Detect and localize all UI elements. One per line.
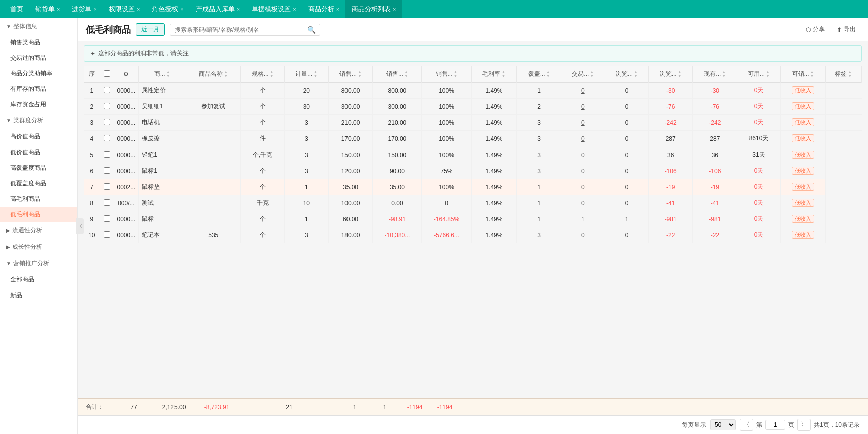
cell-current: -41 xyxy=(649,195,693,211)
cell-browse1[interactable]: 0 xyxy=(561,163,605,179)
per-page-select[interactable]: 50 100 200 xyxy=(710,419,736,430)
cell-browse1[interactable]: 0 xyxy=(561,179,605,195)
cell-browse1[interactable]: 0 xyxy=(561,227,605,243)
sidebar-item-traded-products[interactable]: 交易过的商品 xyxy=(0,50,77,66)
sidebar-group-growth[interactable]: ▶ 成长性分析 xyxy=(0,239,77,255)
cell-browse2: 0 xyxy=(605,163,649,179)
sidebar-group-overview[interactable]: ▼ 整体信息 xyxy=(0,18,77,35)
sidebar-group-flow[interactable]: ▶ 流通性分析 xyxy=(0,222,77,239)
arrow-growth-icon: ▶ xyxy=(6,244,10,250)
cell-checkbox[interactable] xyxy=(100,163,114,179)
nav-item-analysis[interactable]: 商品分析 × xyxy=(302,0,345,18)
row-checkbox[interactable] xyxy=(104,215,110,222)
search-input[interactable] xyxy=(175,26,307,33)
select-all-checkbox[interactable] xyxy=(104,70,110,77)
nav-item-template[interactable]: 单据模板设置 × xyxy=(246,0,302,18)
row-checkbox[interactable] xyxy=(104,119,110,125)
table-row: 2 0000... 吴细细1 参加复试 个 30 300.00 300.00 1… xyxy=(84,99,862,115)
main-layout: ▼ 整体信息 销售类商品 交易过的商品 商品分类助销率 有库存的商品 库存资金占… xyxy=(0,18,868,434)
sidebar-item-new-products[interactable]: 新品 xyxy=(0,287,77,303)
cell-sales-qty: 30 xyxy=(285,99,329,115)
col-header-current: 现有...▲▼ xyxy=(692,66,737,83)
nav-item-home[interactable]: 首页 xyxy=(4,0,29,18)
close-sales-icon[interactable]: × xyxy=(57,6,60,12)
filter-recent-month-btn[interactable]: 近一月 xyxy=(136,23,165,36)
nav-item-roles[interactable]: 角色授权 × xyxy=(146,0,189,18)
cell-browse2: 1 xyxy=(605,211,649,227)
close-analysis-list-icon[interactable]: × xyxy=(393,6,396,12)
sidebar-item-capital[interactable]: 库存资金占用 xyxy=(0,97,77,112)
close-template-icon[interactable]: × xyxy=(293,6,296,12)
cell-checkbox[interactable] xyxy=(100,195,114,211)
cell-checkbox[interactable] xyxy=(100,115,114,131)
sidebar-item-all-products[interactable]: 全部商品 xyxy=(0,272,77,287)
cell-gross-rate: -164.85% xyxy=(422,211,471,227)
close-permissions-icon[interactable]: × xyxy=(137,6,140,12)
cell-browse2: 0 xyxy=(605,99,649,115)
row-checkbox[interactable] xyxy=(104,231,110,238)
cell-checkbox[interactable] xyxy=(100,147,114,163)
cell-browse1[interactable]: 0 xyxy=(561,131,605,147)
cell-gross-rate: 100% xyxy=(422,147,471,163)
cell-browse1[interactable]: 0 xyxy=(561,115,605,131)
sidebar-item-high-coverage[interactable]: 高覆盖度商品 xyxy=(0,160,77,176)
sidebar-item-category-rate[interactable]: 商品分类助销率 xyxy=(0,66,77,81)
sidebar-group-cluster[interactable]: ▼ 类群度分析 xyxy=(0,112,77,129)
cell-browse1[interactable]: 0 xyxy=(561,83,605,99)
share-btn[interactable]: ⬡ 分享 xyxy=(802,24,829,35)
cell-browse1[interactable]: 0 xyxy=(561,99,605,115)
cell-browse1[interactable]: 1 xyxy=(561,211,605,227)
row-checkbox[interactable] xyxy=(104,167,110,174)
nav-item-permissions[interactable]: 权限设置 × xyxy=(103,0,146,18)
row-checkbox[interactable] xyxy=(104,135,110,141)
export-btn[interactable]: ⬆ 导出 xyxy=(833,24,860,35)
prev-page-btn[interactable]: 〈 xyxy=(740,419,753,431)
cell-browse1[interactable]: 0 xyxy=(561,195,605,211)
nav-item-sales[interactable]: 销货单 × xyxy=(29,0,66,18)
close-inventory-icon[interactable]: × xyxy=(237,6,240,12)
row-checkbox[interactable] xyxy=(104,151,110,158)
cell-checkbox[interactable] xyxy=(100,131,114,147)
nav-item-analysis-list[interactable]: 商品分析列表 × xyxy=(345,0,402,18)
sidebar-item-in-stock[interactable]: 有库存的商品 xyxy=(0,81,77,97)
cell-trade: 1 xyxy=(517,195,561,211)
sidebar-collapse-btn[interactable]: 《 xyxy=(76,218,84,234)
sidebar-item-low-margin[interactable]: 低毛利商品 xyxy=(0,207,77,222)
col-header-settings[interactable]: ⚙ xyxy=(114,66,139,83)
cell-available: 287 xyxy=(692,131,737,147)
cell-sales-amount: -98.91 xyxy=(373,211,422,227)
page-input[interactable] xyxy=(765,420,785,430)
row-checkbox[interactable] xyxy=(104,183,110,190)
sidebar-item-low-value[interactable]: 低价值商品 xyxy=(0,144,77,160)
cell-checkbox[interactable] xyxy=(100,99,114,115)
sidebar-item-low-coverage[interactable]: 低覆盖度商品 xyxy=(0,176,77,191)
cell-sales-qty: 3 xyxy=(285,227,329,243)
table-row: 9 0000... 鼠标 个 1 60.00 -98.91 -164.85% 1… xyxy=(84,211,862,227)
cell-checkbox[interactable] xyxy=(100,179,114,195)
cell-spec xyxy=(186,211,241,227)
close-roles-icon[interactable]: × xyxy=(180,6,183,12)
cell-checkbox[interactable] xyxy=(100,211,114,227)
sidebar-item-high-margin[interactable]: 高毛利商品 xyxy=(0,191,77,207)
cell-unit: 个 xyxy=(241,115,285,131)
close-analysis-icon[interactable]: × xyxy=(336,6,339,12)
row-checkbox[interactable] xyxy=(104,103,110,109)
cell-checkbox[interactable] xyxy=(100,227,114,243)
cell-unit: 件 xyxy=(241,131,285,147)
next-page-btn[interactable]: 〉 xyxy=(797,419,811,431)
row-checkbox[interactable] xyxy=(104,199,110,206)
cell-browse1[interactable]: 0 xyxy=(561,147,605,163)
cell-spec xyxy=(186,147,241,163)
sidebar-group-marketing[interactable]: ▼ 营销推广分析 xyxy=(0,255,77,272)
cell-checkbox[interactable] xyxy=(100,83,114,99)
total-sales-price: 2,125.00 xyxy=(154,404,194,411)
nav-item-inventory[interactable]: 产成品入库单 × xyxy=(190,0,246,18)
close-purchase-icon[interactable]: × xyxy=(93,6,96,12)
cell-code: 0000... xyxy=(114,99,139,115)
sidebar-item-sales-products[interactable]: 销售类商品 xyxy=(0,35,77,50)
cell-sales-qty: 20 xyxy=(285,83,329,99)
cell-saleable: 0天 xyxy=(737,179,781,195)
row-checkbox[interactable] xyxy=(104,87,110,93)
nav-item-purchase[interactable]: 进货单 × xyxy=(66,0,102,18)
sidebar-item-high-value[interactable]: 高价值商品 xyxy=(0,129,77,144)
